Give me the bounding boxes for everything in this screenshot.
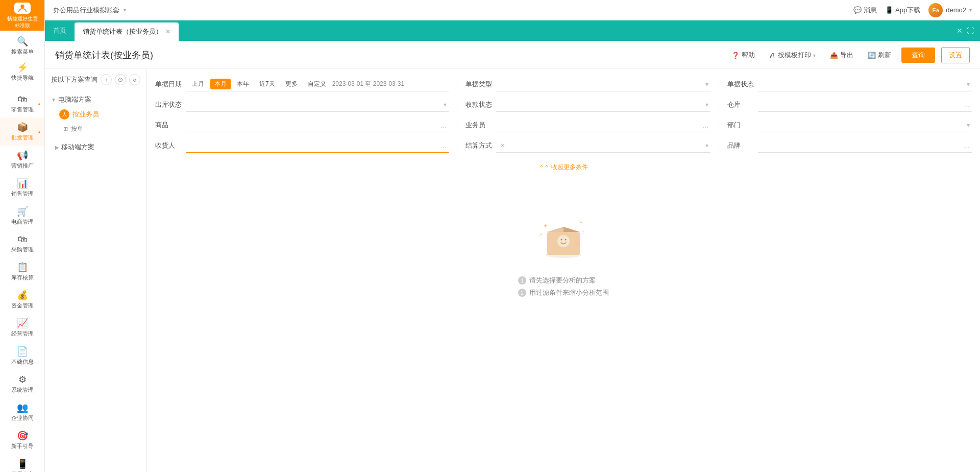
body-layout: 按以下方案查询 ＋ ⊙ « ▼ 电脑端方案 人 按业务员 [45, 69, 980, 472]
mobile-scheme-header[interactable]: ▶ 移动端方案 [45, 140, 146, 154]
tab-close-btn[interactable]: ✕ [165, 28, 170, 35]
brand-dots[interactable]: ... [964, 141, 970, 150]
tab-actions: ✕ ⛶ [957, 27, 980, 35]
outbound-control[interactable]: ▾ [186, 98, 449, 112]
scheme-item-salesperson[interactable]: 人 按业务员 [45, 107, 146, 122]
outbound-label: 出库状态 [155, 100, 186, 109]
filter-doctype-field: 单据类型 ▾ [465, 77, 710, 91]
brand-control[interactable]: ... [758, 138, 972, 153]
docstatus-control[interactable]: ▾ [758, 77, 972, 91]
filter-docstatus-field: 单据状态 ▾ [727, 77, 972, 91]
pc-scheme-header[interactable]: ▼ 电脑端方案 [45, 92, 146, 107]
warehouse-label: 仓库 [727, 100, 758, 109]
sidebar-wholesale-label: 批发管理 [11, 134, 34, 141]
empty-tips: 1 请先选择要分析的方案 2 用过滤条件来缩小分析范围 [518, 276, 609, 300]
scheme-item-order[interactable]: ⊞ 按单 [45, 122, 146, 136]
filter-form: 单据日期 上月 本月 本年 近7天 更多 自定义 20 [155, 77, 972, 176]
help-btn[interactable]: ❓ 帮助 [727, 49, 759, 62]
dept-control[interactable]: ▾ [758, 118, 972, 132]
svg-point-8 [561, 239, 562, 241]
user-name: demo2 [946, 6, 966, 14]
template-print-btn[interactable]: 🖨 按模板打印 ▾ [765, 49, 820, 62]
goods-dots[interactable]: ... [441, 121, 447, 129]
purchase-icon: 🛍 [18, 234, 27, 245]
salesperson-control[interactable]: ... [496, 118, 710, 132]
sidebar-item-collaboration[interactable]: 👥 企业协同 [0, 398, 44, 426]
sidebar-item-management[interactable]: 📈 经营管理 [0, 314, 44, 342]
sidebar-item-sales[interactable]: 📊 销售管理 [0, 174, 44, 202]
sidebar-system-label: 系统管理 [11, 386, 34, 394]
tip-num-1: 1 [518, 276, 526, 285]
collapse-panel-btn[interactable]: « [129, 74, 140, 85]
svg-text:✦: ✦ [576, 241, 580, 246]
receipt-control[interactable]: ▾ [496, 98, 710, 112]
left-panel: 按以下方案查询 ＋ ⊙ « ▼ 电脑端方案 人 按业务员 [45, 69, 147, 472]
settlement-control[interactable]: ✕ ▾ [496, 138, 710, 153]
search-icon: 🔍 [17, 36, 28, 47]
setting-button[interactable]: 设置 [941, 47, 970, 63]
sidebar-item-guide[interactable]: 🎯 新手引导 [0, 426, 44, 454]
divider-8 [719, 138, 719, 153]
date-control: 上月 本月 本年 近7天 更多 自定义 2023-03-01 至 2023-03… [186, 77, 449, 91]
sidebar-item-marketing[interactable]: 📢 营销推广 [0, 146, 44, 174]
doctype-control[interactable]: ▾ [496, 77, 710, 91]
wholesale-icon: 📦 [17, 122, 28, 133]
settlement-clear-btn[interactable]: ✕ [500, 142, 505, 149]
tab-close-all-icon[interactable]: ✕ [957, 27, 963, 35]
tab-bar: 首页 销货单统计表（按业务员） ✕ ✕ ⛶ [45, 20, 980, 41]
goods-control[interactable]: ... [186, 118, 449, 132]
sidebar-item-app-center[interactable]: 📱 应用中心 [0, 454, 44, 472]
message-btn[interactable]: 💬 消息 [853, 6, 877, 15]
add-scheme-btn[interactable]: ＋ [101, 74, 112, 85]
salesperson-dots[interactable]: ... [702, 121, 708, 129]
header-dropdown-arrow[interactable]: ▾ [124, 7, 126, 13]
filter-receipt-field: 收款状态 ▾ [465, 98, 710, 112]
sidebar-item-purchase[interactable]: 🛍 采购管理 [0, 230, 44, 257]
consignee-label: 收货人 [155, 141, 186, 150]
dept-label: 部门 [727, 121, 758, 130]
warehouse-dots[interactable]: ... [964, 101, 970, 109]
filter-salesperson-field: 业务员 ... [465, 118, 710, 132]
refresh-btn[interactable]: 🔄 刷新 [864, 49, 895, 62]
empty-tip-2: 2 用过滤条件来缩小分析范围 [518, 288, 609, 297]
settlement-arrow: ▾ [705, 142, 708, 149]
date-btn-more[interactable]: 更多 [281, 79, 302, 89]
tab-expand-icon[interactable]: ⛶ [967, 27, 974, 35]
sidebar-item-retail[interactable]: 🛍 零售管理 [0, 90, 44, 117]
sidebar-item-basic-info[interactable]: 📄 基础信息 [0, 342, 44, 370]
date-btn-lastmonth[interactable]: 上月 [188, 79, 208, 89]
copy-scheme-btn[interactable]: ⊙ [115, 74, 126, 85]
divider-4 [719, 98, 719, 112]
consignee-control[interactable]: ... [186, 138, 449, 153]
user-btn[interactable]: Ea demo2 ▾ [928, 3, 972, 17]
date-btn-7days[interactable]: 近7天 [255, 79, 279, 89]
main-area: 办公用品行业模拟账套 ▾ 💬 消息 📱 App下载 Ea demo2 ▾ 首 [45, 0, 980, 472]
tab-sales-stats[interactable]: 销货单统计表（按业务员） ✕ [75, 22, 179, 41]
tab-home[interactable]: 首页 [45, 20, 75, 41]
export-btn[interactable]: 📤 导出 [826, 49, 857, 62]
sidebar-item-search[interactable]: 🔍 搜索菜单 [0, 31, 44, 58]
app-download-label: App下载 [895, 6, 920, 15]
sidebar-item-ecommerce[interactable]: 🛒 电商管理 [0, 202, 44, 230]
docstatus-label: 单据状态 [727, 80, 758, 89]
brand-label: 品牌 [727, 141, 758, 150]
date-btn-thismonth[interactable]: 本月 [210, 79, 231, 89]
sidebar-item-system[interactable]: ⚙ 系统管理 [0, 370, 44, 398]
sidebar-ecommerce-label: 电商管理 [11, 218, 34, 226]
sidebar-item-inventory[interactable]: 📋 库存核算 [0, 257, 44, 286]
divider-7 [457, 138, 457, 153]
consignee-dots[interactable]: ... [441, 141, 447, 150]
collapse-bar[interactable]: ⌃⌃ 收起更多条件 [155, 159, 972, 176]
salesperson-filter-label: 业务员 [465, 121, 496, 130]
query-button[interactable]: 查询 [901, 48, 935, 63]
sidebar-management-label: 经营管理 [11, 330, 34, 338]
doctype-label: 单据类型 [465, 80, 496, 89]
sidebar-item-finance[interactable]: 💰 资金管理 [0, 286, 44, 314]
svg-text:↗: ↗ [538, 231, 543, 239]
date-btn-custom[interactable]: 自定义 [304, 79, 330, 89]
sidebar-item-wholesale[interactable]: 📦 批发管理 [0, 117, 44, 146]
date-btn-thisyear[interactable]: 本年 [233, 79, 253, 89]
app-download-btn[interactable]: 📱 App下载 [885, 6, 920, 15]
warehouse-control[interactable]: ... [758, 98, 972, 112]
sidebar-item-quicknav[interactable]: ⚡ 快捷导航 [0, 58, 44, 86]
